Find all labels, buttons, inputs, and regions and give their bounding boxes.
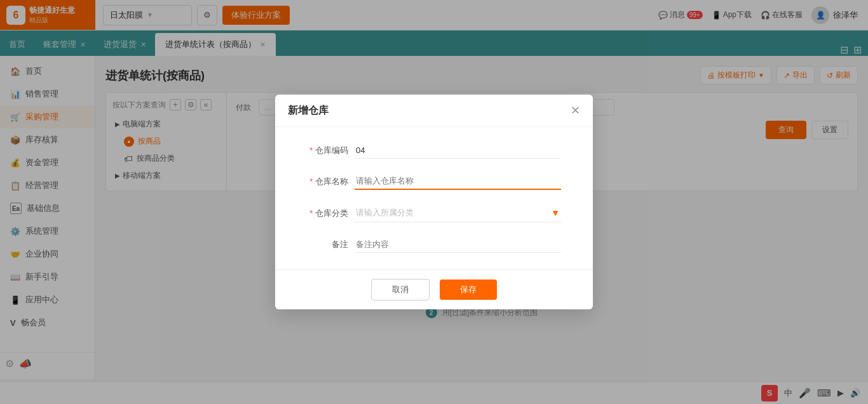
warehouse-code-label: * 仓库编码 <box>307 145 348 156</box>
warehouse-code-input[interactable] <box>355 142 561 159</box>
warehouse-category-select[interactable]: 请输入所属分类 ▼ <box>355 204 561 222</box>
modal-close-btn[interactable]: ✕ <box>571 104 580 118</box>
warehouse-remark-label: 备注 <box>307 239 348 250</box>
modal-overlay: 新增仓库 ✕ * 仓库编码 * 仓库名称 * 仓库分类 <box>0 0 868 379</box>
modal-title: 新增仓库 <box>288 104 329 118</box>
modal-add-warehouse: 新增仓库 ✕ * 仓库编码 * 仓库名称 * 仓库分类 <box>275 95 593 309</box>
chevron-down-icon: ▼ <box>551 208 560 218</box>
warehouse-name-input[interactable] <box>355 173 561 190</box>
category-placeholder: 请输入所属分类 <box>356 207 414 219</box>
warehouse-category-label: * 仓库分类 <box>307 208 348 219</box>
cancel-button[interactable]: 取消 <box>371 279 430 300</box>
save-button[interactable]: 保存 <box>440 279 497 300</box>
warehouse-name-label: * 仓库名称 <box>307 176 348 187</box>
warehouse-remark-input[interactable] <box>355 236 561 253</box>
